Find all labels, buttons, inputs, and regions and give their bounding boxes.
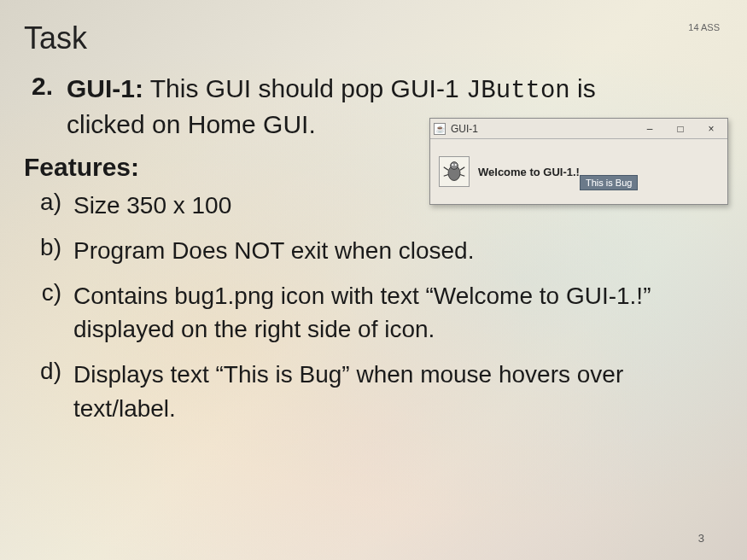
svg-point-6 — [452, 164, 453, 166]
minimize-button[interactable]: – — [637, 120, 662, 137]
gui1-titlebar: ☕ GUI-1 – □ × — [430, 119, 727, 139]
feature-letter: a) — [32, 189, 61, 216]
item-code-jbutton: JButton — [466, 77, 570, 105]
bug-svg — [442, 160, 466, 184]
gui1-body: Welcome to GUI-1.! This is Bug — [430, 139, 727, 204]
gui1-window: ☕ GUI-1 – □ × Welcome to GUI-1.! This is… — [429, 118, 728, 205]
svg-line-4 — [460, 167, 464, 171]
gui1-title-text: GUI-1 — [451, 123, 478, 135]
svg-line-2 — [444, 167, 448, 171]
feature-text: Contains bug1.png icon with text “Welcom… — [73, 279, 723, 346]
item-text-line2: clicked on Home GUI. — [67, 110, 316, 138]
feature-text: Displays text “This is Bug” when mouse h… — [73, 358, 723, 424]
feature-c: c) Contains bug1.png icon with text “Wel… — [32, 279, 723, 346]
svg-line-3 — [444, 175, 448, 177]
features-list: a) Size 350 x 100 b) Program Does NOT ex… — [32, 189, 723, 425]
item-text-part-a: This GUI should pop GUI-1 — [150, 74, 466, 102]
close-button[interactable]: × — [698, 120, 724, 137]
feature-letter: b) — [32, 234, 61, 261]
feature-text: Program Does NOT exit when closed. — [73, 234, 723, 267]
item-label: GUI-1: — [67, 74, 143, 102]
bug-icon — [439, 156, 470, 187]
svg-point-7 — [455, 164, 457, 166]
section-heading-task: Task — [24, 20, 723, 56]
item-text-part-b: is — [570, 74, 596, 102]
feature-d: d) Displays text “This is Bug” when mous… — [32, 358, 723, 424]
java-app-icon: ☕ — [434, 123, 446, 135]
svg-line-5 — [460, 175, 464, 177]
maximize-button[interactable]: □ — [668, 120, 693, 137]
feature-letter: d) — [32, 358, 61, 385]
feature-letter: c) — [32, 279, 61, 306]
tooltip-this-is-bug: This is Bug — [580, 175, 638, 190]
item-number: 2. — [24, 72, 53, 101]
page-corner-fragment: 14 ASS — [685, 20, 723, 34]
feature-b: b) Program Does NOT exit when closed. — [32, 234, 723, 267]
svg-point-1 — [451, 162, 458, 170]
page-number: 3 — [698, 532, 704, 545]
welcome-label[interactable]: Welcome to GUI-1.! — [478, 166, 580, 178]
